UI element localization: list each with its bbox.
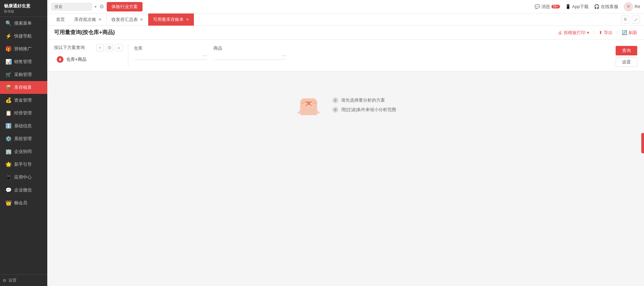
- print-icon: 🖨: [558, 30, 562, 35]
- warehouse-input-container: ···: [134, 53, 207, 60]
- refresh-button[interactable]: 🔄 刷新: [622, 30, 637, 36]
- user-profile[interactable]: R Rit: [624, 2, 640, 11]
- warehouse-more-icon[interactable]: ···: [203, 53, 207, 58]
- empty-tip-1: ① 请先选择要分析的方案: [332, 97, 396, 103]
- scheme-settings-button[interactable]: ⚙: [106, 44, 113, 51]
- print-template-button[interactable]: 🖨 按模板打印 ▾: [558, 30, 589, 36]
- product-label: 商品: [213, 45, 286, 51]
- info-icon: ℹ️: [5, 123, 11, 129]
- query-button[interactable]: 查询: [616, 46, 637, 55]
- tab-batch-account[interactable]: 库存批次账 ✕: [70, 14, 107, 26]
- tab-collect-account-label: 收发存汇总表: [111, 17, 138, 23]
- sidebar-item-sales[interactable]: 📊 销售管理: [0, 55, 47, 68]
- tab-home[interactable]: 首页: [51, 14, 70, 26]
- sidebar-item-label: 基础信息: [14, 123, 32, 129]
- tip-num-2: ②: [332, 107, 338, 113]
- sidebar-item-label: 快捷导航: [14, 33, 32, 39]
- sidebar-item-basic[interactable]: ℹ️ 基础信息: [0, 120, 47, 132]
- sidebar-bottom-label: 设置: [8, 278, 17, 283]
- main-area: ▾ ⚙ 体验行业方案 💬 消息 99+ 📱 App下载 🎧 在线客服 R Rit: [47, 0, 644, 286]
- message-button[interactable]: 💬 消息 99+: [535, 4, 560, 10]
- home-label: 首页: [56, 17, 65, 23]
- sidebar-item-label: 系统管理: [14, 136, 32, 142]
- search-icon: 🔍: [5, 20, 11, 26]
- topbar: ▾ ⚙ 体验行业方案 💬 消息 99+ 📱 App下载 🎧 在线客服 R Rit: [47, 0, 644, 14]
- sidebar-item-label: 畅会员: [14, 200, 27, 206]
- tabs-close-button[interactable]: ✕: [621, 16, 629, 24]
- system-icon: ⚙️: [5, 136, 11, 142]
- sidebar-item-purchase[interactable]: 🛒 采购管理: [0, 68, 47, 81]
- biz-icon: 📋: [5, 110, 11, 116]
- export-label: 导出: [604, 30, 613, 36]
- tabs-right-actions: ✕ ⤢: [621, 16, 640, 24]
- message-icon: 💬: [535, 4, 540, 9]
- empty-state-inner: ① 请先选择要分析的方案 ② 用[过滤]条件来缩小分析范围: [295, 92, 396, 119]
- filter-schemes: 按以下方案查询 + ⚙ « 仓库+商品: [54, 44, 128, 67]
- sidebar-item-wechat[interactable]: 💬 企业微信: [0, 184, 47, 197]
- page-header: 可用量查询(按仓库+商品) 🖨 按模板打印 ▾ | ⬆ 导出 | 🔄 刷新: [47, 26, 644, 40]
- product-field: 商品 ···: [213, 45, 286, 60]
- scheme-add-button[interactable]: +: [96, 44, 104, 51]
- industry-solution-button[interactable]: 体验行业方案: [107, 2, 143, 11]
- username-label: Rit: [635, 4, 640, 9]
- sidebar-item-member[interactable]: 👑 畅会员: [0, 197, 47, 209]
- sidebar-item-finance[interactable]: 💰 资金管理: [0, 94, 47, 107]
- tab-available-ledger-close[interactable]: ✕: [186, 18, 189, 22]
- scheme-item-warehouse-product[interactable]: 仓库+商品: [54, 54, 123, 65]
- sidebar-item-newguide[interactable]: 🌟 新手引导: [0, 158, 47, 171]
- sidebar-item-marketing[interactable]: 🎁 营销推广: [0, 43, 47, 55]
- tabs-expand-button[interactable]: ⤢: [632, 16, 640, 24]
- filter-scheme-header: 按以下方案查询 + ⚙ «: [54, 44, 123, 51]
- filter-action-buttons: 查询 设置: [616, 45, 637, 67]
- sidebar-item-label: 采购管理: [14, 72, 32, 78]
- svg-marker-8: [317, 110, 320, 113]
- topbar-gear-icon[interactable]: ⚙: [99, 3, 104, 10]
- settings-button[interactable]: 设置: [616, 57, 637, 67]
- sidebar-item-shortcut[interactable]: ⚡ 快捷导航: [0, 30, 47, 43]
- sidebar-item-search[interactable]: 🔍 搜索菜单: [0, 17, 47, 30]
- filter-area: 按以下方案查询 + ⚙ « 仓库+商品: [47, 40, 644, 71]
- export-button[interactable]: ⬆ 导出: [599, 30, 613, 36]
- export-icon: ⬆: [599, 30, 602, 35]
- app-download-button[interactable]: 📱 App下载: [565, 4, 589, 10]
- tab-batch-account-close[interactable]: ✕: [98, 18, 102, 22]
- product-input[interactable]: [213, 53, 281, 58]
- shortcut-icon: ⚡: [5, 33, 11, 39]
- sidebar-bottom-settings[interactable]: ⚙ 设置: [0, 275, 47, 286]
- finance-icon: 💰: [5, 97, 11, 103]
- inventory-icon: 📦: [5, 84, 11, 90]
- sidebar-item-biz[interactable]: 📋 经营管理: [0, 107, 47, 120]
- message-badge: 99+: [551, 5, 560, 8]
- settings-gear-icon: ⚙: [3, 278, 6, 283]
- product-more-icon[interactable]: ···: [282, 53, 286, 58]
- warehouse-input[interactable]: [134, 53, 201, 58]
- sidebar-item-label: 营销推广: [14, 46, 32, 52]
- sidebar-item-appcenter[interactable]: 📱 应用中心: [0, 171, 47, 184]
- page-header-actions: 🖨 按模板打印 ▾ | ⬆ 导出 | 🔄 刷新: [558, 30, 637, 36]
- online-service-label: 在线客服: [601, 4, 618, 10]
- warehouse-label: 仓库: [134, 45, 207, 51]
- scheme-item-icon: [57, 56, 63, 63]
- chevron-down-icon[interactable]: ▾: [95, 4, 97, 9]
- topbar-right: 💬 消息 99+ 📱 App下载 🎧 在线客服 R Rit: [535, 2, 640, 11]
- online-service-button[interactable]: 🎧 在线客服: [594, 4, 618, 10]
- sidebar-item-label: 企业协同: [14, 149, 32, 155]
- page-content: 可用量查询(按仓库+商品) 🖨 按模板打印 ▾ | ⬆ 导出 | 🔄 刷新: [47, 26, 644, 286]
- sidebar-item-label: 经营管理: [14, 110, 32, 116]
- tab-collect-account-close[interactable]: ✕: [140, 18, 143, 22]
- scheme-collapse-button[interactable]: «: [115, 44, 123, 51]
- search-input[interactable]: [51, 3, 92, 10]
- tabs-bar: 首页 库存批次账 ✕ 收发存汇总表 ✕ 可用量库存账本 ✕ ✕ ⤢: [47, 14, 644, 26]
- tab-available-ledger[interactable]: 可用量库存账本 ✕: [148, 14, 194, 26]
- sidebar-item-system[interactable]: ⚙️ 系统管理: [0, 132, 47, 145]
- svg-marker-7: [297, 110, 300, 113]
- phone-icon: 📱: [565, 4, 571, 9]
- sidebar-item-enterprise[interactable]: 🏢 企业协同: [0, 145, 47, 158]
- sidebar-item-label: 搜索菜单: [14, 20, 32, 26]
- tip-1-text: 请先选择要分析的方案: [341, 97, 385, 103]
- app-icon: 📱: [5, 174, 11, 180]
- tab-collect-account[interactable]: 收发存汇总表 ✕: [107, 14, 148, 26]
- sidebar-item-inventory[interactable]: 📦 库存核算: [0, 81, 47, 94]
- sidebar-item-label: 销售管理: [14, 59, 32, 65]
- sidebar-item-label: 资金管理: [14, 97, 32, 103]
